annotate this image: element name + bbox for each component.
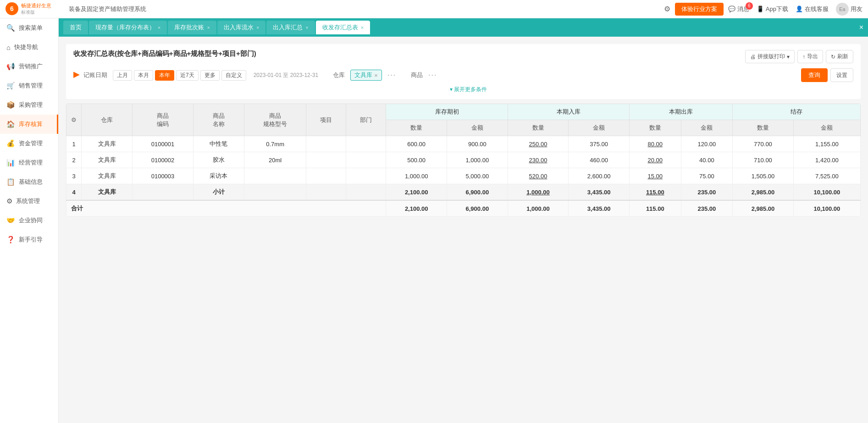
sidebar-item-marketing[interactable]: 📢 营销推广 (0, 57, 58, 76)
sidebar-item-finance[interactable]: 💰 资金管理 (0, 134, 58, 153)
sidebar-item-search[interactable]: 🔍 搜索菜单 (0, 18, 58, 38)
sidebar-item-label: 采购管理 (19, 101, 43, 109)
tab-home[interactable]: 首页 (63, 21, 88, 34)
sidebar-item-label: 销售管理 (19, 82, 43, 90)
row-in-qty[interactable]: 1,000.00 (508, 184, 569, 201)
user-menu-button[interactable]: Ea 用友 (836, 3, 862, 16)
row-open-amt: 6,900.00 (447, 184, 508, 201)
footer-bal-qty: 2,985.00 (733, 200, 794, 217)
col-group-balance: 结存 (733, 104, 861, 120)
warehouse-tag-close[interactable]: × (374, 72, 378, 79)
row-open-qty: 600.00 (386, 136, 447, 152)
table-settings-col[interactable]: ⚙ (66, 104, 82, 136)
query-button[interactable]: 查询 (801, 68, 828, 82)
gear-button[interactable]: ⚙ (664, 5, 670, 13)
row-in-amt: 2,600.00 (569, 168, 630, 184)
col-group-opening: 库存期初 (386, 104, 508, 120)
tab-recv-send-close[interactable]: × (361, 25, 364, 30)
col-project: 项目 (306, 104, 346, 136)
row-in-qty[interactable]: 230.00 (508, 152, 569, 168)
refresh-button[interactable]: ↻ 刷新 (826, 50, 853, 63)
expand-conditions-button[interactable]: ▾ 展开更多条件 (450, 86, 487, 93)
date-btn-this-month[interactable]: 本月 (134, 70, 153, 81)
tab-stock-dist-close[interactable]: × (158, 25, 160, 30)
filter-expand-icon[interactable]: ▶ (73, 69, 80, 79)
tab-inout-summary-close[interactable]: × (305, 25, 308, 30)
table-row: 4文具库小计2,100.006,900.001,000.003,435.0011… (66, 184, 861, 201)
date-btn-7days[interactable]: 近7天 (176, 70, 199, 81)
print-button[interactable]: 🖨 拼接版打印 ▾ (745, 50, 795, 63)
date-btn-last-month[interactable]: 上月 (113, 70, 132, 81)
warehouse-more-btn[interactable]: ··· (387, 71, 396, 79)
tab-inout-flow[interactable]: 出入库流水 × (217, 21, 265, 34)
row-out-qty[interactable]: 15.00 (629, 168, 681, 184)
message-button[interactable]: 💬 消息 6 (728, 5, 749, 13)
row-dept (346, 152, 386, 168)
footer-out-amt: 235.00 (681, 200, 733, 217)
tab-bar-close-btn[interactable]: × (859, 23, 863, 32)
sidebar-item-quick[interactable]: ⌂ 快捷导航 (0, 38, 58, 57)
filter-area: ▶ 记账日期 上月 本月 本年 近7天 更多 自定义 (73, 68, 853, 93)
tab-inout-summary[interactable]: 出入库汇总 × (266, 21, 315, 34)
row-dept (346, 168, 386, 184)
sidebar-item-inventory[interactable]: 🏠 库存核算 (0, 115, 58, 134)
row-name: 中性笔 (193, 136, 244, 152)
sales-icon: 🛒 (6, 82, 15, 90)
online-service-button[interactable]: 👤 在线客服 (796, 5, 829, 13)
top-right-area: 💬 消息 6 📱 App下载 👤 在线客服 Ea 用友 (728, 3, 862, 16)
marketing-icon: 📢 (6, 62, 15, 71)
row-in-amt: 375.00 (569, 136, 630, 152)
user-avatar: Ea (836, 3, 849, 16)
operation-icon: 📊 (6, 159, 15, 167)
row-warehouse: 文具库 (82, 136, 133, 152)
sidebar: 🔍 搜索菜单 ⌂ 快捷导航 📢 营销推广 🛒 销售管理 📦 采购管理 🏠 (0, 18, 59, 423)
row-out-qty[interactable]: 115.00 (629, 184, 681, 201)
sidebar-item-purchase[interactable]: 📦 采购管理 (0, 95, 58, 115)
sidebar-item-label: 搜索菜单 (19, 24, 43, 32)
row-in-qty[interactable]: 250.00 (508, 136, 569, 152)
row-in-qty[interactable]: 520.00 (508, 168, 569, 184)
row-out-qty[interactable]: 80.00 (629, 136, 681, 152)
tab-batch-close[interactable]: × (207, 25, 210, 30)
guide-icon: ❓ (6, 236, 15, 244)
app-download-button[interactable]: 📱 App下载 (757, 5, 788, 13)
sidebar-item-corp[interactable]: 🤝 企业协同 (0, 211, 58, 230)
sidebar-item-sales[interactable]: 🛒 销售管理 (0, 76, 58, 95)
settings-button[interactable]: 设置 (830, 68, 853, 82)
row-spec: 20ml (244, 152, 306, 168)
sidebar-item-operation[interactable]: 📊 经营管理 (0, 153, 58, 172)
message-icon: 💬 (728, 5, 735, 12)
row-code: 0100001 (133, 136, 194, 152)
row-no: 1 (66, 136, 82, 152)
industry-button[interactable]: 体验行业方案 (675, 3, 724, 16)
tab-batch[interactable]: 库存批次账 × (168, 21, 216, 34)
footer-bal-amt: 10,100.00 (793, 200, 860, 217)
top-bar: 6 畅捷通好生意 标准版 装备及固定资产辅助管理系统 ⚙ 体验行业方案 💬 消息… (0, 0, 868, 18)
col-bal-amt: 金额 (793, 120, 860, 136)
row-bal-amt: 7,525.00 (793, 168, 860, 184)
system-icon: ⚙ (6, 197, 12, 205)
export-button[interactable]: ↑ 导出 (797, 50, 823, 63)
tab-recv-send[interactable]: 收发存汇总表 × (316, 21, 370, 34)
tab-stock-dist[interactable]: 现存量（库存分布表） × (89, 21, 167, 34)
tab-inout-flow-close[interactable]: × (256, 25, 259, 30)
date-btn-more[interactable]: 更多 (200, 70, 220, 81)
row-bal-amt: 10,100.00 (793, 184, 860, 201)
row-out-qty[interactable]: 20.00 (629, 152, 681, 168)
expand-arrow-icon: ▾ (450, 86, 453, 93)
col-spec: 商品规格型号 (244, 104, 306, 136)
row-dept (346, 184, 386, 201)
row-no: 2 (66, 152, 82, 168)
table-row: 3文具库0100003采访本1,000.005,000.00520.002,60… (66, 168, 861, 184)
sidebar-item-guide[interactable]: ❓ 新手引导 (0, 230, 58, 249)
sidebar-item-label: 基础信息 (19, 178, 43, 186)
goods-label: 商品 (411, 71, 423, 79)
col-group-in: 本期入库 (508, 104, 629, 120)
date-btn-this-year[interactable]: 本年 (155, 70, 174, 81)
expand-row: ▾ 展开更多条件 (83, 86, 853, 93)
sidebar-item-basic[interactable]: 📋 基础信息 (0, 172, 58, 192)
sidebar-item-system[interactable]: ⚙ 系统管理 (0, 192, 58, 211)
goods-more-btn[interactable]: ··· (428, 71, 437, 79)
row-name: 小计 (193, 184, 244, 201)
date-btn-custom[interactable]: 自定义 (221, 70, 246, 81)
